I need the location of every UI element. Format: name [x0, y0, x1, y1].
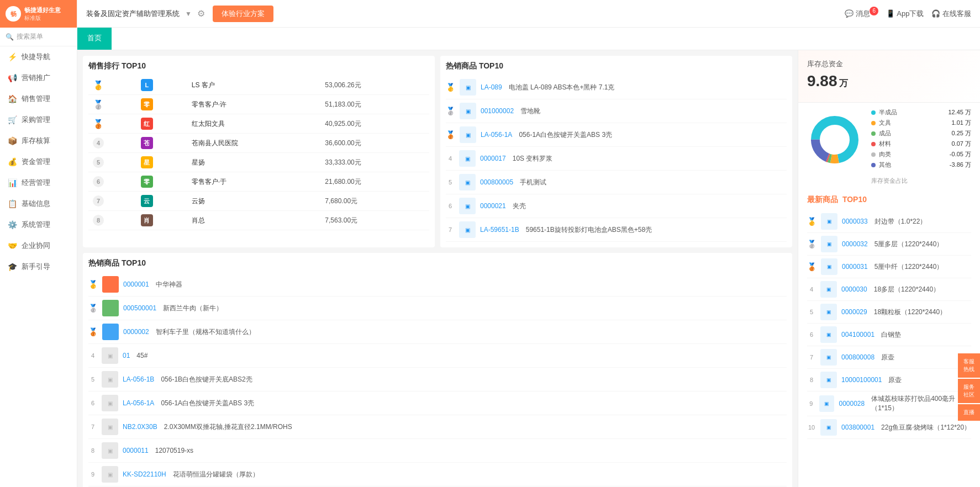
legend-label: 其他	[879, 161, 940, 169]
product-image	[102, 324, 119, 340]
sidebar-item-guide[interactable]: 🎓 新手引导	[0, 256, 77, 277]
float-btn-community[interactable]: 服务社区	[958, 379, 980, 403]
product-placeholder: ▣	[102, 419, 118, 435]
logo-title: 畅捷通好生意	[24, 6, 61, 14]
rank-number: 10	[807, 424, 816, 431]
sales-top10-card: 销售排行 TOP10 🥇 L LS 客户 53,006.26元 🥈 零 零售客户…	[83, 56, 435, 247]
product-code: 000800008	[841, 353, 874, 361]
hot-product-row: 6 ▣ LA-056-1A 056-1A白色按键开关盖ABS 3壳	[88, 391, 787, 415]
customer-amount: 33,333.00元	[320, 153, 429, 172]
sidebar-item-sales[interactable]: 🏠 销售管理	[0, 88, 77, 109]
product-placeholder: ▣	[459, 221, 476, 238]
product-placeholder: ▣	[102, 466, 118, 483]
legend-value: -3.86 万	[944, 161, 971, 169]
legend-item: 成品 0.25 万	[871, 129, 971, 137]
sales-top10-row: 🥉 红 红太阳文具 40,925.00元	[88, 114, 429, 134]
product-name: 12070519-xs	[155, 447, 193, 454]
product-code: 003800001	[841, 424, 874, 431]
customer-name: LS 客户	[187, 76, 321, 95]
product-code: 0000001	[123, 280, 149, 288]
sidebar-item-enterprise[interactable]: 🤝 企业协同	[0, 235, 77, 256]
headset-icon: 🎧	[931, 9, 940, 18]
inventory-caption: 库存资金占比	[798, 177, 980, 189]
product-name: 18颗粒板（1220*2440）	[874, 308, 946, 317]
product-code: 0000031	[842, 263, 868, 271]
sidebar-search[interactable]: 🔍 搜索菜单	[0, 28, 77, 46]
legend-item: 其他 -3.86 万	[871, 161, 971, 169]
legend-label: 成品	[879, 129, 940, 137]
sales-product-row: 6 ▣ 0000021 夹壳	[446, 194, 787, 218]
legend-label: 材料	[879, 140, 940, 148]
header-dropdown-arrow[interactable]: ▼	[185, 10, 192, 18]
sidebar-item-finance[interactable]: 💰 资金管理	[0, 151, 77, 172]
product-name: 2.0X30MM双捶花轴,捶花直径2.1MM/ROHS	[164, 422, 292, 432]
new-product-row: 🥇 ▣ 0000033 封边带（1.0*22）	[807, 210, 971, 233]
customer-amount: 36,600.00元	[320, 134, 429, 153]
customer-name: 肖总	[187, 211, 321, 230]
sidebar-item-inventory[interactable]: 📦 库存核算	[0, 130, 77, 151]
product-placeholder: ▣	[820, 281, 837, 298]
product-name: 59651-1B旋转投影灯电池盒ABS黑色+58壳	[526, 225, 652, 235]
sidebar-item-marketing[interactable]: 📢 营销推广	[0, 67, 77, 88]
nav-purchase-icon: 🛒	[8, 115, 17, 124]
message-icon: 💬	[845, 9, 853, 18]
sidebar-item-operation[interactable]: 📊 经营管理	[0, 172, 77, 193]
product-placeholder: ▣	[820, 372, 837, 388]
main-area: 装备及固定资产辅助管理系统 ▼ ⚙ 体验行业方案 💬 消息 6 📱 App下载 …	[77, 0, 980, 487]
sidebar-item-purchase[interactable]: 🛒 采购管理	[0, 109, 77, 130]
header: 装备及固定资产辅助管理系统 ▼ ⚙ 体验行业方案 💬 消息 6 📱 App下载 …	[77, 0, 980, 28]
customer-name: 零售客户·许	[187, 95, 321, 114]
product-code: 0000033	[842, 218, 868, 225]
new-product-row: 10 ▣ 003800001 22g鱼豆腐·烧烤味（1*12*20）	[807, 416, 971, 439]
donut-svg	[807, 112, 862, 167]
new-product-row: 5 ▣ 0000029 18颗粒板（1220*2440）	[807, 301, 971, 324]
product-placeholder: ▣	[460, 103, 476, 119]
tab-home[interactable]: 首页	[77, 28, 112, 50]
sales-top10-row: 7 云 云扬 7,680.00元	[88, 192, 429, 211]
customer-amount: 21,680.00元	[320, 172, 429, 192]
product-name: 45#	[136, 352, 147, 359]
customer-name: 云扬	[187, 192, 321, 211]
product-name: 原壶	[888, 375, 902, 385]
phone-icon: 📱	[886, 9, 895, 18]
float-btn-service[interactable]: 客服热线	[958, 353, 980, 378]
product-name: 原壶	[881, 353, 894, 362]
service-item[interactable]: 🎧 在线客服	[931, 9, 971, 19]
hot-product-row: 4 ▣ 01 45#	[88, 344, 787, 368]
trial-button[interactable]: 体验行业方案	[213, 6, 273, 22]
product-code: 0000030	[841, 285, 867, 293]
product-code: NB2.0X30B	[123, 423, 157, 431]
app-download-item[interactable]: 📱 App下载	[886, 9, 924, 19]
message-item[interactable]: 💬 消息 6	[845, 9, 878, 19]
sales-top10-table: 🥇 L LS 客户 53,006.26元 🥈 零 零售客户·许 51,183.0…	[88, 76, 429, 230]
customer-badge: 红	[141, 118, 153, 130]
product-code: LA-089	[481, 83, 502, 91]
hot-product-row: 🥈 000500001 新西兰牛肉（新牛）	[88, 297, 787, 320]
sales-top10-title: 销售排行 TOP10	[88, 61, 429, 71]
product-name: 中华神器	[156, 280, 182, 289]
hot-products-right-title: 热销商品 TOP10	[446, 61, 787, 71]
header-gear-icon[interactable]: ⚙	[197, 8, 205, 19]
product-placeholder: ▣	[820, 304, 837, 320]
rank-number: 9	[807, 400, 815, 407]
sidebar-item-basic[interactable]: 📋 基础信息	[0, 193, 77, 214]
product-code: 0000021	[480, 202, 506, 210]
sidebar-nav: ⚡ 快捷导航 📢 营销推广 🏠 销售管理 🛒 采购管理 📦 库存核算 💰 资金管…	[0, 46, 77, 487]
product-name: 白钢垫	[881, 330, 901, 340]
new-products-list: 🥇 ▣ 0000033 封边带（1.0*22） 🥈 ▣ 0000032 5厘多层…	[807, 210, 971, 439]
tab-bar: 首页	[77, 28, 980, 50]
donut-section: 半成品 12.45 万 文具 1.01 万 成品 0.25 万 材料 0.07 …	[798, 103, 980, 177]
float-btn-live[interactable]: 直播	[958, 404, 980, 421]
rank-number: 4	[807, 286, 816, 293]
inventory-amount-display: 9.88 万	[807, 72, 971, 90]
legend-dot	[871, 152, 876, 157]
new-product-row: 8 ▣ 10000100001 原壶	[807, 369, 971, 391]
legend-label: 文具	[879, 119, 940, 127]
sidebar-item-system[interactable]: ⚙️ 系统管理	[0, 214, 77, 235]
product-name: 10S 变料罗浆	[513, 154, 553, 163]
product-placeholder: ▣	[820, 419, 837, 436]
product-name: 雪地靴	[520, 107, 540, 116]
sidebar-item-quick[interactable]: ⚡ 快捷导航	[0, 46, 77, 67]
product-placeholder: ▣	[819, 395, 834, 412]
sales-product-row: 🥉 ▣ LA-056-1A 056-1A白色按键开关盖ABS 3壳	[446, 123, 787, 147]
